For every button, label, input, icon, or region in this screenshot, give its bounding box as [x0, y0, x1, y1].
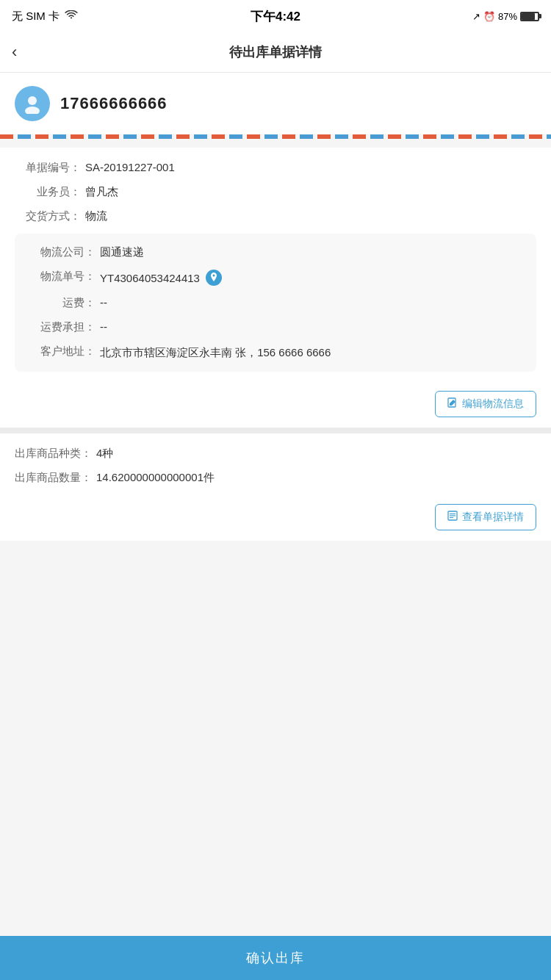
goods-quantity-value: 14.620000000000001件 — [96, 471, 536, 485]
order-info-section: 单据编号： SA-20191227-001 业务员： 曾凡杰 交货方式： 物流 … — [0, 148, 551, 382]
logistics-company-row: 物流公司： 圆通速递 — [29, 245, 522, 259]
freight-label: 运费： — [29, 296, 96, 310]
edit-logistics-label: 编辑物流信息 — [462, 397, 524, 411]
freight-row: 运费： -- — [29, 296, 522, 310]
wifi-icon — [64, 10, 79, 23]
confirm-btn-wrapper: 确认出库 — [0, 936, 551, 980]
tracking-no-row: 物流单号： YT43064053424413 — [29, 270, 522, 286]
logistics-company-label: 物流公司： — [29, 245, 96, 259]
track-location-icon[interactable] — [206, 270, 222, 286]
goods-type-row: 出库商品种类： 4种 — [15, 447, 536, 461]
logistics-company-value: 圆通速递 — [100, 245, 522, 259]
goods-quantity-label: 出库商品数量： — [15, 471, 92, 485]
status-right: ↗ ⏰ 87% — [472, 11, 539, 22]
order-no-value: SA-20191227-001 — [85, 161, 536, 173]
tracking-no-value: YT43064053424413 — [100, 270, 522, 286]
carrier-text: 无 SIM 卡 — [12, 10, 60, 24]
tracking-no-label: 物流单号： — [29, 270, 96, 284]
delivery-method-row: 交货方式： 物流 — [15, 209, 536, 223]
detail-icon — [447, 511, 458, 523]
sales-person-label: 业务员： — [15, 185, 81, 199]
section-separator-1 — [0, 428, 551, 433]
tracking-number-text: YT43064053424413 — [100, 272, 200, 284]
order-no-label: 单据编号： — [15, 161, 81, 175]
confirm-outbound-button[interactable]: 确认出库 — [246, 949, 305, 967]
logistics-card: 物流公司： 圆通速递 物流单号： YT43064053424413 运费： -- — [15, 234, 536, 372]
freight-bearer-value: -- — [100, 320, 522, 333]
status-bar: 无 SIM 卡 下午4:42 ↗ ⏰ 87% — [0, 0, 551, 32]
svg-point-0 — [28, 96, 37, 105]
view-detail-button[interactable]: 查看单据详情 — [435, 504, 536, 530]
nav-bar: ‹ 待出库单据详情 — [0, 32, 551, 73]
edit-icon — [447, 397, 458, 410]
freight-bearer-label: 运费承担： — [29, 320, 96, 334]
goods-type-value: 4种 — [96, 447, 536, 461]
location-status-icon: ↗ — [472, 11, 480, 22]
page-title: 待出库单据详情 — [229, 43, 322, 61]
alarm-icon: ⏰ — [483, 11, 495, 22]
back-button[interactable]: ‹ — [12, 43, 17, 62]
goods-quantity-row: 出库商品数量： 14.620000000000001件 — [15, 471, 536, 485]
section-separator-2 — [0, 541, 551, 658]
status-time: 下午4:42 — [251, 8, 300, 25]
goods-section: 出库商品种类： 4种 出库商品数量： 14.620000000000001件 — [0, 433, 551, 495]
delivery-method-label: 交货方式： — [15, 209, 81, 223]
view-detail-btn-wrapper: 查看单据详情 — [0, 495, 551, 541]
goods-type-label: 出库商品种类： — [15, 447, 92, 461]
delivery-method-value: 物流 — [85, 209, 536, 223]
battery-icon — [520, 12, 539, 21]
address-row: 客户地址： 北京市市辖区海淀区永丰南 张，156 6666 6666 — [29, 345, 522, 361]
dashed-divider — [0, 134, 551, 139]
user-phone: 17666666666 — [60, 94, 168, 113]
user-header: 17666666666 — [0, 73, 551, 134]
edit-logistics-btn-wrapper: 编辑物流信息 — [0, 382, 551, 428]
address-value: 北京市市辖区海淀区永丰南 张，156 6666 6666 — [100, 345, 522, 361]
freight-bearer-row: 运费承担： -- — [29, 320, 522, 334]
sales-person-value: 曾凡杰 — [85, 185, 536, 199]
sales-person-row: 业务员： 曾凡杰 — [15, 185, 536, 199]
view-detail-label: 查看单据详情 — [462, 511, 524, 524]
address-label: 客户地址： — [29, 345, 96, 359]
order-no-row: 单据编号： SA-20191227-001 — [15, 161, 536, 175]
edit-logistics-button[interactable]: 编辑物流信息 — [435, 391, 536, 417]
svg-point-1 — [25, 107, 40, 114]
freight-value: -- — [100, 296, 522, 309]
battery-text: 87% — [498, 11, 517, 22]
status-left: 无 SIM 卡 — [12, 10, 79, 24]
avatar — [15, 86, 50, 121]
